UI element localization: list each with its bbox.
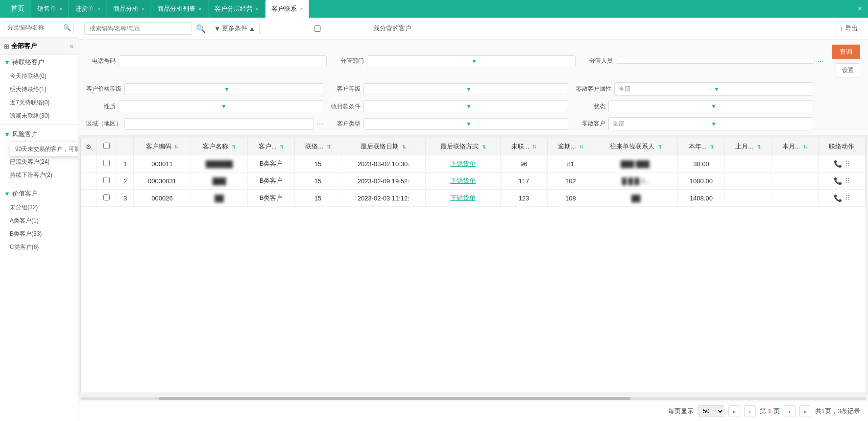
table-lastmonth-header[interactable]: 上月... ⇅ (724, 138, 771, 155)
table-level-header[interactable]: 客户... ⇅ (248, 138, 294, 155)
sidebar-collapse-icon[interactable]: « (70, 42, 74, 50)
nav-tab-analysis[interactable]: 商品分析 × (107, 0, 150, 18)
row3-more-icon[interactable]: ⠿ (845, 194, 850, 202)
table-overdue-header[interactable]: 逾期... ⇅ (547, 138, 594, 155)
sidebar-item-overdue[interactable]: 逾期未联络(30) (0, 109, 78, 123)
row2-lastway[interactable]: 下销货单 (426, 173, 501, 190)
close-tab-analysis[interactable]: × (142, 6, 145, 12)
setting-button[interactable]: 设置 (836, 63, 860, 77)
row2-checkbox[interactable] (96, 173, 117, 190)
table-name-header[interactable]: 客户名称 ⇅ (191, 138, 248, 155)
sidebar-item-churned[interactable]: 已流失客户(24) (0, 155, 78, 169)
table-uncontacted-header[interactable]: 未联... ⇅ (501, 138, 547, 155)
sidebar-item-class-b[interactable]: B类客户(33) (0, 227, 78, 241)
table-settings-header[interactable]: ⚙ (81, 138, 96, 155)
row2-unitcontact: █ █ █ 3... (594, 173, 678, 190)
close-tab-sales[interactable]: × (59, 6, 62, 12)
nav-home[interactable]: 首页 (4, 0, 31, 18)
table-thismonth-header[interactable]: 本月... ⇅ (772, 138, 818, 155)
dept-select[interactable]: ▼ (367, 55, 575, 67)
row1-phone-icon[interactable]: 📞 (834, 160, 842, 168)
sidebar-item-today[interactable]: 今天待联络(0) (0, 70, 78, 83)
export-button[interactable]: ↑ 导出 (836, 22, 863, 35)
row2-phone-icon[interactable]: 📞 (834, 177, 842, 185)
nav-tab-customer-contact[interactable]: 客户联系 × (265, 0, 309, 18)
row2-check[interactable] (103, 177, 110, 183)
close-tab-customer-layer[interactable]: × (256, 6, 259, 12)
main-layout: 🔍 ⊞ 全部客户 « ▼ 待联络客户 今天待联络(0) 明天待联络(1) 近7天… (0, 18, 868, 421)
prev-page-button[interactable]: ‹ (744, 405, 756, 417)
nav-tab-customer-layer[interactable]: 客户分层经营 × (209, 0, 265, 18)
row1-check[interactable] (103, 160, 110, 166)
row3-phone-icon[interactable]: 📞 (834, 194, 842, 202)
manager-dots[interactable]: ··· (818, 57, 824, 66)
table-lastway-header[interactable]: 最后联络方式 ⇅ (426, 138, 501, 155)
scatter-label: 零散客户 (576, 120, 605, 128)
price-level-select[interactable]: ▼ (124, 83, 323, 95)
nav-tab-purchase[interactable]: 进货单 × (69, 0, 106, 18)
table-checkbox-header[interactable] (96, 138, 117, 155)
row1-more-icon[interactable]: ⠿ (845, 160, 850, 168)
payment-select[interactable]: ▼ (363, 100, 568, 112)
customer-type-select[interactable]: ▼ (363, 118, 568, 130)
customer-level-select[interactable]: ▼ (363, 83, 568, 95)
filter-phone: 电话号码 (86, 55, 327, 67)
last-page-button[interactable]: » (799, 405, 811, 417)
sidebar-item-declining[interactable]: 持续下滑客户(2) (0, 169, 78, 182)
sidebar-item-class-c[interactable]: C类客户(6) (0, 241, 78, 254)
scatter-attr-select[interactable]: 全部 ▼ (614, 82, 813, 96)
sidebar-group-pending[interactable]: ▼ 待联络客户 (0, 55, 78, 70)
sidebar-group-value[interactable]: ▼ 价值客户 (0, 186, 78, 201)
table-contact-header[interactable]: 联络... ⇅ (294, 138, 341, 155)
row3-check[interactable] (103, 194, 110, 200)
phone-input[interactable] (119, 55, 327, 67)
per-page-select[interactable]: 50 100 200 (698, 405, 724, 417)
sidebar-item-ungrouped[interactable]: 未分组(32) (0, 201, 78, 214)
query-button[interactable]: 查询 (832, 45, 860, 59)
search-input[interactable] (84, 22, 192, 35)
row3-checkbox[interactable] (96, 190, 117, 207)
sidebar-item-tomorrow[interactable]: 明天待联络(1) (0, 83, 78, 96)
sidebar-item-class-a[interactable]: A类客户(1) (0, 214, 78, 227)
table-container: ⚙ 客户编码 ⇅ 客户名称 ⇅ 客户... ⇅ (80, 138, 866, 393)
next-page-button[interactable]: › (784, 405, 796, 417)
nature-select[interactable]: ▼ (119, 100, 323, 112)
nav-tab-analysis-list[interactable]: 商品分析列表 × (151, 0, 207, 18)
search-button[interactable]: 🔍 (196, 24, 206, 33)
sidebar-search-icon[interactable]: 🔍 (63, 24, 71, 31)
table-unitcontact-header[interactable]: 往来单位联系人 ⇅ (594, 138, 678, 155)
close-tab-analysis-list[interactable]: × (198, 6, 201, 12)
sidebar-group-risk[interactable]: ▼ 风险客户 90天未交易的客户，可能有流失风险。 (0, 127, 78, 142)
table-row: 3 000026 ██ B类客户 15 2023-02-03 11:12: 下销… (81, 190, 866, 207)
chevron-icon-3: ▼ (714, 86, 809, 93)
table-code-header[interactable]: 客户编码 ⇅ (134, 138, 191, 155)
table-lastdate-header[interactable]: 最后联络日期 ⇅ (341, 138, 426, 155)
first-page-button[interactable]: « (728, 405, 740, 417)
row2-more-icon[interactable]: ⠿ (845, 177, 850, 185)
page-label-suffix: 页 (773, 407, 780, 415)
per-page-label: 每页显示 (668, 407, 694, 416)
status-select[interactable]: ▼ (608, 100, 813, 112)
close-tab-purchase[interactable]: × (97, 6, 100, 12)
scatter-select[interactable]: 全部 ▼ (608, 117, 813, 130)
manager-select[interactable] (616, 59, 815, 64)
sidebar-all-customers[interactable]: ⊞ 全部客户 « (0, 38, 78, 55)
select-all-checkbox[interactable] (103, 143, 110, 149)
scrollbar-track[interactable] (80, 397, 866, 400)
my-customers-checkbox[interactable] (264, 25, 371, 32)
row3-lastway[interactable]: 下销货单 (426, 190, 501, 207)
region-dots[interactable]: ··· (317, 120, 323, 128)
region-input[interactable] (124, 118, 314, 130)
row1-lastway[interactable]: 下销货单 (426, 155, 501, 173)
sidebar-item-7days[interactable]: 近7天待联络(0) (0, 96, 78, 109)
more-conditions-button[interactable]: ▼ 更多条件 ▲ (210, 22, 260, 35)
row1-checkbox[interactable] (96, 155, 117, 173)
filter-row-4: 区域（地区） ··· 客户类型 ▼ 零散客户 全部 ▼ (86, 117, 860, 130)
my-customers-checkbox-label[interactable]: 我分管的客户 (264, 24, 411, 33)
close-all-button[interactable]: × (858, 4, 862, 13)
table-thisyear-header[interactable]: 本年... ⇅ (678, 138, 724, 155)
nav-tab-sales[interactable]: 销售单 × (31, 0, 68, 18)
close-tab-customer-contact[interactable]: × (300, 6, 303, 12)
horizontal-scrollbar[interactable] (78, 395, 868, 401)
scrollbar-thumb[interactable] (159, 397, 630, 400)
